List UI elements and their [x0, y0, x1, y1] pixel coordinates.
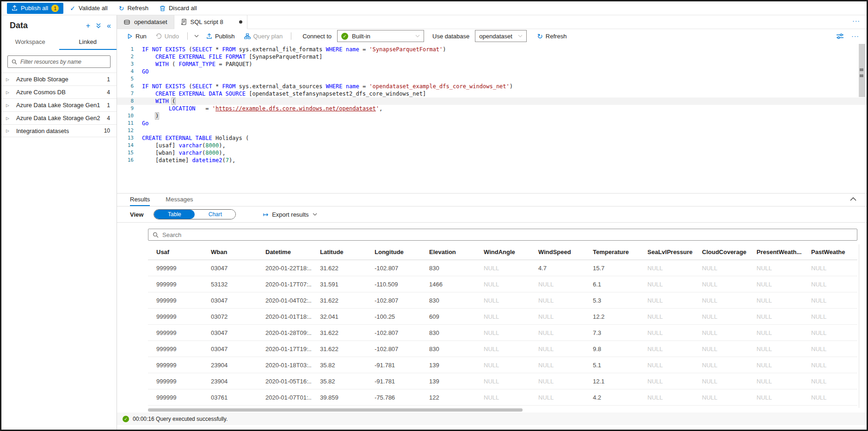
table-cell: NULL — [803, 260, 857, 276]
line-number: 12 — [117, 127, 134, 134]
code-line[interactable]: 8 WITH ( — [117, 97, 867, 105]
publish-all-button[interactable]: Publish all 1 — [7, 3, 63, 14]
expand-chevron-icon[interactable]: ▷ — [6, 103, 16, 108]
column-header-usaf[interactable]: Usaf — [148, 244, 203, 260]
table-row[interactable]: 999999239042020-01-18T03:...35.82-91.781… — [148, 357, 857, 373]
sidebar-item-azure-cosmos-db[interactable]: ▷Azure Cosmos DB4 — [1, 85, 117, 98]
sidebar-item-azure-data-lake-storage-gen2[interactable]: ▷Azure Data Lake Storage Gen24 — [1, 111, 117, 124]
settings-sliders-icon[interactable] — [836, 33, 844, 40]
discard-all-button[interactable]: Discard all — [155, 3, 202, 14]
tab-overflow-ellipsis-icon[interactable]: ··· — [852, 17, 860, 24]
horizontal-scrollbar[interactable] — [148, 408, 523, 412]
table-row[interactable]: 999999030472020-01-04T02:...31.622-102.8… — [148, 292, 857, 309]
expand-chevron-icon[interactable]: ▷ — [6, 116, 16, 121]
add-icon[interactable]: + — [86, 22, 90, 30]
toggle-table[interactable]: Table — [154, 210, 195, 219]
tab-sql-script-8[interactable]: SQL script 8 — [174, 15, 247, 29]
tab-opendataset[interactable]: opendataset — [117, 15, 174, 29]
search-icon — [153, 232, 159, 238]
column-header-windangle[interactable]: WindAngle — [475, 244, 530, 260]
column-header-elevation[interactable]: Elevation — [421, 244, 475, 260]
code-segment: WHERE — [326, 83, 342, 90]
db-refresh-button[interactable]: ↻ Refresh — [533, 30, 570, 42]
table-row[interactable]: 999999037612020-01-07T01:...39.859-75.78… — [148, 389, 857, 406]
sidebar-item-integration-datasets[interactable]: ▷Integration datasets10 — [1, 124, 117, 137]
code-line[interactable]: 13CREATE EXTERNAL TABLE Holidays ( — [117, 134, 867, 142]
scrollbar-marker — [860, 68, 863, 71]
table-cell: 35.82 — [312, 357, 366, 373]
table-cell: NULL — [530, 389, 585, 406]
table-row[interactable]: 999999030472020-01-22T18:...31.622-102.8… — [148, 260, 857, 276]
query-plan-button[interactable]: Query plan — [240, 30, 287, 42]
tree-item-count: 4 — [107, 89, 110, 96]
undo-button[interactable]: Undo — [152, 30, 183, 42]
column-header-presentweath[interactable]: PresentWeath... — [748, 244, 803, 260]
line-number: 13 — [117, 134, 134, 142]
export-results-button[interactable]: ↦ Export results — [263, 211, 317, 218]
code-line[interactable]: 3 WITH ( FORMAT_TYPE = PARQUET) — [117, 61, 867, 68]
sidebar-item-azure-blob-storage[interactable]: ▷Azure Blob Storage1 — [1, 73, 117, 85]
expand-chevron-icon[interactable]: ▷ — [6, 128, 16, 133]
tab-results[interactable]: Results — [130, 194, 150, 206]
code-line[interactable]: 10 ) — [117, 112, 867, 120]
tab-messages[interactable]: Messages — [166, 194, 193, 206]
code-line[interactable]: 11Go — [117, 120, 867, 127]
refresh-button[interactable]: ↻ Refresh — [114, 3, 153, 14]
collapse-panel-icon[interactable]: « — [107, 22, 111, 30]
table-row[interactable]: 999999531322020-01-17T07:...31.591-110.5… — [148, 276, 857, 292]
code-line[interactable]: 7 CREATE EXTERNAL DATA SOURCE [opendatas… — [117, 90, 867, 97]
column-header-longitude[interactable]: Longitude — [366, 244, 421, 260]
validate-all-button[interactable]: ✓ Validate all — [65, 3, 112, 14]
collapse-results-chevron-icon[interactable] — [850, 197, 856, 201]
filter-resources-box[interactable] — [7, 55, 111, 68]
run-button[interactable]: Run — [123, 30, 150, 42]
publish-button[interactable]: Publish — [203, 30, 239, 42]
column-header-pastweathe[interactable]: PastWeathe — [803, 244, 857, 260]
column-header-latitude[interactable]: Latitude — [312, 244, 366, 260]
column-header-wban[interactable]: Wban — [203, 244, 257, 260]
more-actions-chevron-icon[interactable] — [192, 35, 201, 37]
table-row[interactable]: 999999239042020-01-05T16:...35.82-91.781… — [148, 373, 857, 389]
code-line[interactable]: 2 CREATE EXTERNAL FILE FORMAT [SynapsePa… — [117, 53, 867, 61]
filter-resources-input[interactable] — [20, 59, 106, 65]
collapse-all-icon[interactable] — [96, 23, 101, 29]
vertical-scrollbar-track[interactable] — [859, 244, 859, 408]
code-line[interactable]: 6IF NOT EXISTS (SELECT * FROM sys.extern… — [117, 83, 867, 90]
code-line[interactable]: 16 [datetime] datetime2(7), — [117, 157, 867, 164]
expand-chevron-icon[interactable]: ▷ — [6, 90, 16, 95]
column-header-datetime[interactable]: Datetime — [257, 244, 312, 260]
results-search-box[interactable] — [148, 229, 857, 241]
connect-to-dropdown[interactable]: ✓ Built-in — [337, 30, 424, 42]
column-header-temperature[interactable]: Temperature — [585, 244, 639, 260]
table-row[interactable]: 999999030472020-01-28T09:...31.622-102.8… — [148, 325, 857, 341]
table-row[interactable]: 999999030722020-01-01T18:...32.041-100.2… — [148, 309, 857, 325]
use-database-dropdown[interactable]: opendataset — [475, 30, 527, 42]
toggle-chart[interactable]: Chart — [195, 210, 235, 219]
table-cell: NULL — [694, 309, 748, 325]
code-line[interactable]: 15 [wban] varchar(8000), — [117, 149, 867, 157]
results-search-input[interactable] — [162, 231, 853, 238]
code-line[interactable]: 4GO — [117, 68, 867, 75]
code-line[interactable]: 12 — [117, 127, 867, 134]
refresh-label: Refresh — [546, 33, 567, 40]
code-segment: 8000 — [205, 142, 219, 149]
table-cell: NULL — [639, 357, 694, 373]
table-cell: 2020-01-01T18:... — [257, 309, 312, 325]
more-options-ellipsis-icon[interactable]: ··· — [851, 32, 859, 40]
sql-code-editor[interactable]: 1IF NOT EXISTS (SELECT * FROM sys.extern… — [117, 43, 867, 193]
column-header-cloudcoverage[interactable]: CloudCoverage — [694, 244, 748, 260]
column-header-windspeed[interactable]: WindSpeed — [530, 244, 585, 260]
editor-scrollbar[interactable] — [859, 44, 865, 97]
line-number: 9 — [117, 105, 134, 112]
table-row[interactable]: 999999030472020-01-17T19:...31.622-102.8… — [148, 341, 857, 357]
code-line[interactable]: 1IF NOT EXISTS (SELECT * FROM sys.extern… — [117, 46, 867, 53]
code-line[interactable]: 14 [usaf] varchar(8000), — [117, 142, 867, 149]
code-line[interactable]: 9 LOCATION = 'https://example.dfs.core.w… — [117, 105, 867, 112]
tab-linked[interactable]: Linked — [59, 35, 117, 50]
sidebar-item-azure-data-lake-storage-gen1[interactable]: ▷Azure Data Lake Storage Gen11 — [1, 98, 117, 111]
code-line[interactable]: 5 — [117, 75, 867, 83]
tab-workspace[interactable]: Workspace — [1, 35, 59, 50]
column-header-sealvlpressure[interactable]: SeaLvlPressure — [639, 244, 694, 260]
grid-header: UsafWbanDatetimeLatitudeLongitudeElevati… — [148, 244, 857, 260]
expand-chevron-icon[interactable]: ▷ — [6, 77, 16, 82]
